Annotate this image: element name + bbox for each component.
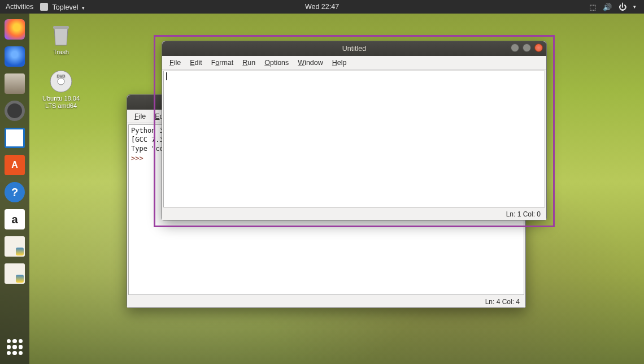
svg-point-2 xyxy=(58,78,64,85)
launcher-rhythmbox[interactable] xyxy=(2,98,27,123)
menu-options[interactable]: Options xyxy=(260,58,293,68)
clock[interactable]: Wed 22:47 xyxy=(305,3,339,11)
menu-run[interactable]: Run xyxy=(238,58,259,68)
editor-menubar: File Edit Format Run Options Window Help xyxy=(162,56,546,70)
svg-text:DVD: DVD xyxy=(57,74,66,78)
launcher-files[interactable] xyxy=(2,71,27,96)
desktop-dvd[interactable]: DVD Ubuntu 18.04 LTS amd64 xyxy=(41,69,81,110)
volume-icon[interactable]: 🔊 xyxy=(603,3,612,11)
chevron-down-icon[interactable]: ▾ xyxy=(633,4,636,10)
launcher-dock: A ? a xyxy=(0,14,29,364)
app-menu-label: Toplevel xyxy=(53,3,79,11)
launcher-software[interactable]: A xyxy=(2,153,27,177)
desktop-trash[interactable]: Trash xyxy=(41,23,81,55)
editor-textarea[interactable] xyxy=(163,71,545,207)
trash-icon xyxy=(49,23,73,47)
menu-format[interactable]: Format xyxy=(207,58,238,68)
power-icon[interactable]: ⏻ xyxy=(619,2,626,11)
shell-cursor-pos: Ln: 4 Col: 4 xyxy=(485,298,520,306)
launcher-amazon[interactable]: a xyxy=(2,207,27,232)
menu-file[interactable]: File xyxy=(166,58,185,68)
shell-prompt: >>> xyxy=(131,154,147,162)
launcher-writer[interactable] xyxy=(2,125,27,150)
launcher-thunderbird[interactable] xyxy=(2,44,27,69)
svg-rect-0 xyxy=(53,26,69,29)
editor-cursor-pos: Ln: 1 Col: 0 xyxy=(506,210,541,218)
minimize-button[interactable] xyxy=(511,44,519,52)
launcher-firefox[interactable] xyxy=(2,17,27,42)
dvd-icon: DVD xyxy=(49,69,73,94)
shell-statusbar: Ln: 4 Col: 4 xyxy=(127,296,525,307)
maximize-button[interactable] xyxy=(523,44,531,52)
gnome-topbar: Activities Toplevel ▾ Wed 22:47 ⬚ 🔊 ⏻ ▾ xyxy=(0,0,644,14)
menu-file[interactable]: File xyxy=(130,111,150,122)
shell-line: Python 3 xyxy=(131,127,164,135)
chevron-down-icon: ▾ xyxy=(82,5,85,11)
editor-statusbar: Ln: 1 Col: 0 xyxy=(162,209,546,220)
app-indicator-icon xyxy=(40,3,48,11)
text-cursor xyxy=(166,72,167,80)
desktop-trash-label: Trash xyxy=(41,49,81,55)
launcher-help[interactable]: ? xyxy=(2,180,27,205)
close-button[interactable] xyxy=(534,44,543,52)
launcher-idle-shell[interactable] xyxy=(2,234,27,259)
app-menu[interactable]: Toplevel ▾ xyxy=(40,3,85,11)
shell-line: [GCC 7.3 xyxy=(131,136,164,144)
window-title: Untitled xyxy=(342,45,366,53)
desktop-dvd-label: Ubuntu 18.04 LTS amd64 xyxy=(41,95,81,110)
idle-editor-window[interactable]: Untitled File Edit Format Run Options Wi… xyxy=(162,41,547,220)
editor-titlebar[interactable]: Untitled xyxy=(162,41,546,56)
menu-edit[interactable]: Edit xyxy=(186,58,206,68)
show-applications[interactable] xyxy=(2,335,27,359)
menu-help[interactable]: Help xyxy=(328,58,351,68)
activities-button[interactable]: Activities xyxy=(6,3,33,11)
launcher-idle-editor[interactable] xyxy=(2,261,27,286)
network-icon[interactable]: ⬚ xyxy=(589,3,596,11)
menu-window[interactable]: Window xyxy=(294,58,327,68)
